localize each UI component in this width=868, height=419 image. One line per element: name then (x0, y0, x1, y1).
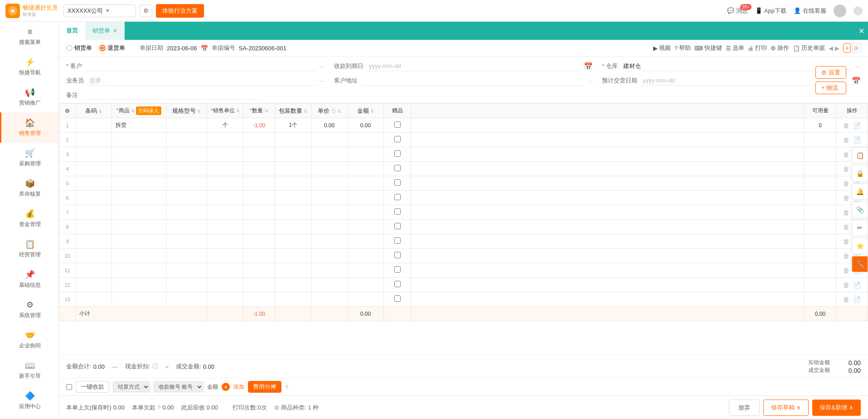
cell-remark[interactable] (411, 147, 805, 162)
cell-gift[interactable] (384, 292, 411, 307)
cell-spec[interactable] (166, 191, 207, 205)
copy-row-icon[interactable]: 📄 (853, 296, 861, 303)
cell-qty[interactable] (243, 162, 275, 176)
delete-row-icon[interactable]: 🗑 (843, 281, 849, 289)
cell-price[interactable]: 0.00 (311, 118, 348, 133)
company-selector[interactable]: XXXXXX公司 ▼ (63, 5, 136, 17)
cell-spec[interactable] (166, 118, 207, 133)
save-draft-button[interactable]: 保存草稿 ∧ (763, 400, 809, 416)
warehouse-dots-icon[interactable]: ··· (856, 63, 861, 70)
cell-amount[interactable] (348, 162, 384, 176)
cell-spec[interactable] (166, 292, 207, 307)
delete-row-icon[interactable]: 🗑 (843, 194, 849, 202)
sidebar-item-guide[interactable]: 📖 新手引导 (0, 355, 58, 385)
sidebar-item-basic[interactable]: 📌 基础信息 (0, 264, 58, 294)
cell-gift[interactable] (384, 191, 411, 205)
radio-sale[interactable]: 销货单 (66, 44, 92, 52)
cell-barcode[interactable] (76, 191, 112, 205)
cell-price[interactable] (311, 292, 348, 307)
cash-discount-info-icon[interactable]: ⓘ (152, 362, 158, 371)
cell-spec[interactable] (166, 133, 207, 147)
add-payment-button[interactable]: + (222, 383, 230, 391)
cell-amount[interactable] (348, 147, 384, 162)
cell-amount[interactable] (348, 278, 384, 292)
salesperson-input[interactable] (87, 76, 316, 86)
cell-qty[interactable] (243, 234, 275, 249)
float-bell-button[interactable]: 🔔 (852, 183, 868, 200)
copy-row-icon[interactable]: 📄 (853, 136, 861, 144)
cell-gift[interactable] (384, 263, 411, 278)
th-settings[interactable]: ⚙ (59, 104, 76, 118)
cell-spec[interactable] (166, 249, 207, 263)
cell-qty[interactable] (243, 191, 275, 205)
remark-input[interactable] (82, 90, 263, 100)
cell-remark[interactable] (411, 118, 805, 133)
one-click-button[interactable]: 一键收款 (76, 381, 109, 393)
cell-remark[interactable] (411, 162, 805, 176)
discard-button[interactable]: 放弃 (729, 400, 760, 416)
cell-remark[interactable] (411, 234, 805, 249)
cell-amount[interactable] (348, 234, 384, 249)
copy-row-icon[interactable]: 📄 (853, 122, 861, 129)
cell-gift[interactable] (384, 278, 411, 292)
cell-remark[interactable] (411, 205, 805, 220)
print-button[interactable]: 🖨 打印 (748, 44, 767, 52)
close-all-button[interactable]: ✕ (858, 27, 864, 35)
cell-barcode[interactable] (76, 263, 112, 278)
cell-gift[interactable] (384, 118, 411, 133)
cell-remark[interactable] (411, 133, 805, 147)
cell-barcode[interactable] (76, 176, 112, 191)
delete-row-icon[interactable]: 🗑 (843, 267, 849, 274)
cell-barcode[interactable] (76, 205, 112, 220)
expense-help-icon[interactable]: ? (285, 384, 288, 390)
sidebar-item-sales[interactable]: 🏠 销售管理 (0, 112, 58, 143)
cell-price[interactable] (311, 220, 348, 234)
cell-barcode[interactable] (76, 133, 112, 147)
cell-price[interactable] (311, 263, 348, 278)
cell-spec[interactable] (166, 147, 207, 162)
float-lock-button[interactable]: 🔒 (852, 165, 868, 182)
cell-amount[interactable] (348, 249, 384, 263)
float-tool-button[interactable]: 🔧 (852, 256, 868, 272)
delete-row-icon[interactable]: 🗑 (843, 180, 849, 187)
expense-button[interactable]: 费用分摊 (248, 381, 281, 393)
cell-amount[interactable] (348, 191, 384, 205)
cell-gift[interactable] (384, 147, 411, 162)
cell-qty[interactable] (243, 220, 275, 234)
receivable-calendar-icon[interactable]: 📅 (584, 62, 593, 71)
debt-help-icon[interactable]: ? (157, 404, 160, 411)
receivable-input[interactable] (367, 61, 580, 71)
cell-gift[interactable] (384, 133, 411, 147)
avatar-extra[interactable] (853, 6, 863, 15)
cell-gift[interactable] (384, 234, 411, 249)
cell-barcode[interactable] (76, 220, 112, 234)
cell-qty[interactable] (243, 176, 275, 191)
sidebar-item-operations[interactable]: 📋 经营管理 (0, 234, 58, 264)
sidebar-item-apps[interactable]: 🔷 应用中心 (0, 385, 58, 416)
cell-qty[interactable] (243, 147, 275, 162)
float-copy-button[interactable]: 📋 (852, 147, 868, 164)
cell-price[interactable] (311, 278, 348, 292)
cell-barcode[interactable] (76, 162, 112, 176)
cell-spec[interactable] (166, 162, 207, 176)
scan-btn[interactable]: 扫码录入 (136, 106, 161, 115)
payment-account-select[interactable]: 收款账号 账号 (154, 381, 204, 392)
cell-remark[interactable] (411, 176, 805, 191)
customer-address-input[interactable] (361, 76, 584, 86)
cell-gift[interactable] (384, 220, 411, 234)
avatar[interactable] (834, 5, 846, 17)
float-star-button[interactable]: ⭐ (852, 238, 868, 254)
cell-amount[interactable] (348, 176, 384, 191)
settings-icon[interactable]: ⚙ (140, 5, 152, 17)
cell-gift[interactable] (384, 249, 411, 263)
cell-qty[interactable]: -1.00 (243, 118, 275, 133)
sidebar-item-purchase[interactable]: 🛒 采购管理 (0, 143, 58, 173)
tab-home[interactable]: 首页 (59, 22, 85, 40)
goods-type-radio-icon[interactable]: ⊙ (274, 404, 279, 411)
cell-remark[interactable] (411, 220, 805, 234)
expected-delivery-calendar-icon[interactable]: 📅 (852, 77, 861, 85)
sidebar-item-marketing[interactable]: 📢 营销推广 (0, 82, 58, 112)
float-edit-button[interactable]: ✏ (852, 220, 868, 236)
app-download-button[interactable]: 📱 App下载 (755, 7, 786, 15)
shortcut-button[interactable]: ⌨ 快捷键 (694, 44, 722, 52)
